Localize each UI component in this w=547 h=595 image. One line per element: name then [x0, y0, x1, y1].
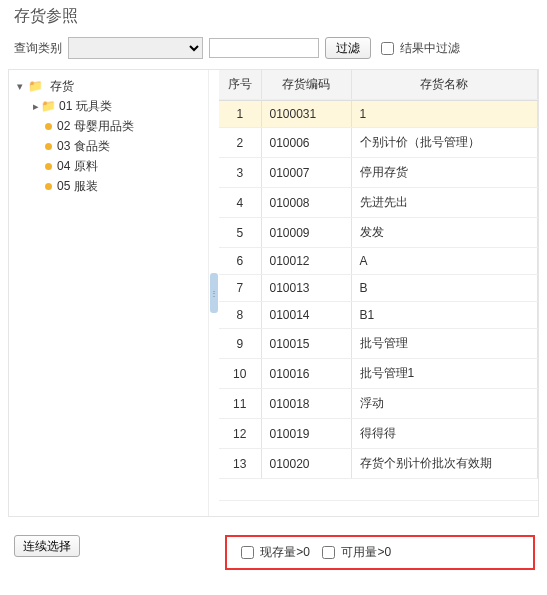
cell-seq: 2 [219, 128, 261, 158]
cell-code: 010019 [261, 419, 351, 449]
table-row[interactable]: 8010014B1 [219, 302, 538, 329]
cell-code: 010013 [261, 275, 351, 302]
main-panel: ▾ 📁 存货 ▸📁01 玩具类 02 母婴用品类 03 食品类 04 原料 05… [8, 69, 539, 517]
table-row[interactable]: 10010016批号管理1 [219, 359, 538, 389]
bottom-bar: 连续选择 现存量>0 可用量>0 [8, 535, 539, 570]
tree-item-label[interactable]: 03 食品类 [57, 139, 110, 153]
table-row[interactable]: 2010006个别计价（批号管理） [219, 128, 538, 158]
cell-code: 010006 [261, 128, 351, 158]
cell-seq: 11 [219, 389, 261, 419]
cell-seq: 13 [219, 449, 261, 479]
filter-bar: 查询类别 过滤 结果中过滤 [14, 37, 539, 59]
table-row[interactable]: 3010007停用存货 [219, 158, 538, 188]
cell-code: 010016 [261, 359, 351, 389]
tree-root-label[interactable]: 存货 [50, 79, 74, 93]
col-header-name[interactable]: 存货名称 [351, 70, 538, 100]
cell-name: 得得得 [351, 419, 538, 449]
filter-in-result-text: 结果中过滤 [400, 40, 460, 54]
continuous-select-button[interactable]: 连续选择 [14, 535, 80, 557]
cell-seq: 5 [219, 218, 261, 248]
onhand-gt0-checkbox[interactable] [241, 546, 254, 559]
cell-code: 010020 [261, 449, 351, 479]
splitter[interactable]: ⋮ [209, 70, 219, 516]
cell-seq: 6 [219, 248, 261, 275]
filter-text-input[interactable] [209, 38, 319, 58]
table-row[interactable]: 6010012A [219, 248, 538, 275]
cell-seq: 4 [219, 188, 261, 218]
grid-body[interactable]: 1010003112010006个别计价（批号管理）3010007停用存货401… [219, 101, 538, 500]
col-header-code[interactable]: 存货编码 [261, 70, 351, 100]
available-gt0-label: 可用量>0 [318, 543, 391, 562]
tree-spacer [31, 116, 41, 136]
dot-icon [45, 183, 52, 190]
tree-spacer [31, 156, 41, 176]
available-gt0-checkbox[interactable] [322, 546, 335, 559]
splitter-handle-icon: ⋮ [210, 273, 218, 313]
filter-label: 查询类别 [14, 40, 62, 57]
cell-name: 先进先出 [351, 188, 538, 218]
cell-code: 010008 [261, 188, 351, 218]
cell-code: 010015 [261, 329, 351, 359]
col-header-seq[interactable]: 序号 [219, 70, 261, 100]
filter-in-result-checkbox[interactable] [381, 42, 394, 55]
available-gt0-text: 可用量>0 [341, 545, 391, 559]
table-row[interactable]: 13010020存货个别计价批次有效期 [219, 449, 538, 479]
cell-seq: 7 [219, 275, 261, 302]
table-row[interactable]: 12010019得得得 [219, 419, 538, 449]
cell-name: 1 [351, 101, 538, 128]
category-tree: ▾ 📁 存货 ▸📁01 玩具类 02 母婴用品类 03 食品类 04 原料 05… [13, 76, 204, 196]
dot-icon [45, 123, 52, 130]
cell-name: 存货个别计价批次有效期 [351, 449, 538, 479]
cell-name: 浮动 [351, 389, 538, 419]
table-row[interactable]: 4010008先进先出 [219, 188, 538, 218]
tree-toggle[interactable]: ▸ [31, 96, 41, 116]
filter-button[interactable]: 过滤 [325, 37, 371, 59]
tree-pane: ▾ 📁 存货 ▸📁01 玩具类 02 母婴用品类 03 食品类 04 原料 05… [9, 70, 209, 516]
cell-name: B1 [351, 302, 538, 329]
stock-filter-box: 现存量>0 可用量>0 [225, 535, 535, 570]
cell-seq: 10 [219, 359, 261, 389]
cell-code: 010009 [261, 218, 351, 248]
cell-seq: 1 [219, 101, 261, 128]
table-row[interactable]: 101000311 [219, 101, 538, 128]
cell-seq: 3 [219, 158, 261, 188]
cell-seq: 12 [219, 419, 261, 449]
tree-item-label[interactable]: 04 原料 [57, 159, 98, 173]
cell-name: B [351, 275, 538, 302]
cell-code: 010018 [261, 389, 351, 419]
cell-name: A [351, 248, 538, 275]
cell-name: 发发 [351, 218, 538, 248]
table-row[interactable]: 5010009发发 [219, 218, 538, 248]
tree-toggle-root[interactable]: ▾ [15, 76, 25, 96]
cell-seq: 8 [219, 302, 261, 329]
dot-icon [45, 143, 52, 150]
filter-in-result-label: 结果中过滤 [377, 39, 460, 58]
tree-item-label[interactable]: 02 母婴用品类 [57, 119, 134, 133]
cell-name: 停用存货 [351, 158, 538, 188]
dot-icon [45, 163, 52, 170]
tree-spacer [31, 176, 41, 196]
table-row[interactable]: 9010015批号管理 [219, 329, 538, 359]
grid-pane: 序号 存货编码 存货名称 1010003112010006个别计价（批号管理）3… [219, 70, 538, 516]
tree-item-label[interactable]: 01 玩具类 [59, 99, 112, 113]
grid-hscroll[interactable] [219, 500, 538, 516]
filter-category-select[interactable] [68, 37, 203, 59]
cell-code: 010007 [261, 158, 351, 188]
page-title: 存货参照 [14, 6, 539, 27]
cell-code: 010012 [261, 248, 351, 275]
onhand-gt0-label: 现存量>0 [237, 543, 310, 562]
folder-icon: 📁 [41, 99, 56, 113]
table-row[interactable]: 7010013B [219, 275, 538, 302]
folder-icon: 📁 [28, 79, 43, 93]
cell-code: 0100031 [261, 101, 351, 128]
tree-item-label[interactable]: 05 服装 [57, 179, 98, 193]
tree-spacer [31, 136, 41, 156]
table-row[interactable]: 11010018浮动 [219, 389, 538, 419]
cell-seq: 9 [219, 329, 261, 359]
cell-name: 个别计价（批号管理） [351, 128, 538, 158]
cell-name: 批号管理1 [351, 359, 538, 389]
cell-name: 批号管理 [351, 329, 538, 359]
onhand-gt0-text: 现存量>0 [260, 545, 310, 559]
cell-code: 010014 [261, 302, 351, 329]
